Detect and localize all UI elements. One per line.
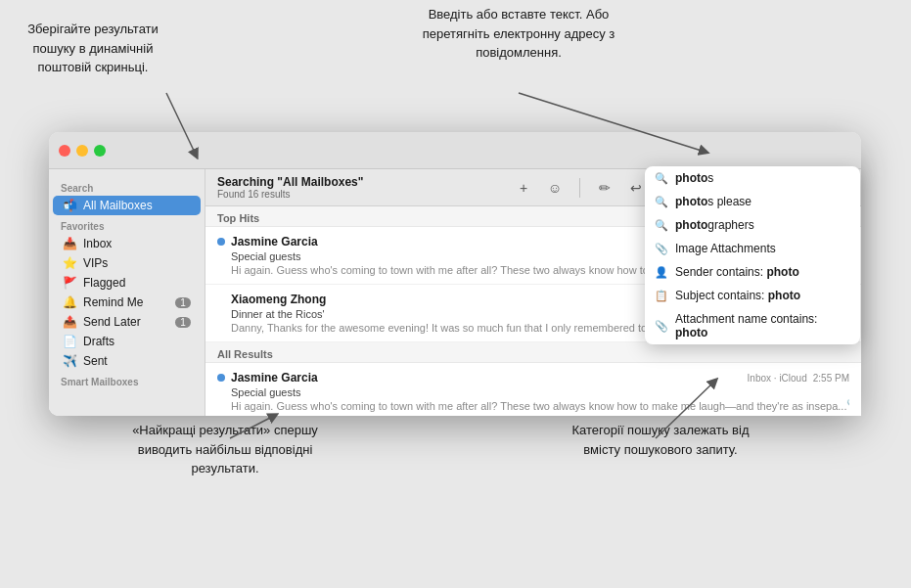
add-mailbox-button[interactable]: + [513,177,534,199]
callout-top: Введіть або вставте текст. Або перетягні… [421,5,616,63]
compose-button[interactable]: ✏ [594,177,615,199]
callout-bottom-right: Категорії пошуку залежать від вмісту пош… [558,421,763,459]
message-from: Jasmine Garcia [231,371,742,384]
message-time: 2:55 PM [813,373,849,384]
dropdown-item-subject-contains[interactable]: 📋 Subject contains: photo [645,284,860,307]
attachment-name-filter-icon: 📎 [655,320,668,333]
dropdown-item-photos[interactable]: 🔍 photos [645,166,860,190]
maximize-button[interactable] [94,145,106,157]
remind-icon: 🔔 [63,295,77,309]
unread-indicator [217,374,225,382]
vips-icon: ⭐ [63,256,77,270]
toolbar-divider [579,178,580,198]
sidebar-item-flagged[interactable]: 🚩 Flagged [53,273,201,293]
person-filter-icon: 👤 [655,266,668,279]
minimize-button[interactable] [76,145,88,157]
callout-bottom-left: «Найкращі результати» спершу виводить на… [127,421,323,478]
attachment-filter-icon: 📎 [655,243,668,255]
sidebar-item-inbox[interactable]: 📥 Inbox [53,234,201,253]
unread-indicator [217,238,225,246]
favorites-label: Favorites [49,215,205,234]
reply-button[interactable]: ↩ [625,177,647,199]
mailbox-icon: 📬 [63,199,77,212]
message-preview: Hi again. Guess who's coming to town wit… [217,399,849,412]
search-label: Search [49,177,205,196]
dropdown-item-sender-contains[interactable]: 👤 Sender contains: photo [645,260,860,284]
window-title: Searching "All Mailboxes" [217,175,503,189]
dropdown-item-image-attachments[interactable]: 📎 Image Attachments [645,237,860,260]
drafts-icon: 📄 [63,335,77,348]
sidebar-item-drafts[interactable]: 📄 Drafts [53,332,201,351]
sidebar: Search 📬 All Mailboxes Favorites 📥 Inbox… [49,169,205,416]
sidebar-item-vips[interactable]: ⭐ VIPs [53,253,201,273]
sidebar-item-all-mailboxes[interactable]: 📬 All Mailboxes [53,196,201,215]
subject-filter-icon: 📋 [655,290,668,302]
search-suggestion-icon: 🔍 [655,196,668,208]
message-subject: Special guests [217,386,849,398]
window-subtitle: Found 16 results [217,189,503,200]
callout-left: Зберігайте результати пошуку в динамічні… [10,20,176,77]
attachment-icon: 📎 [846,399,849,412]
sent-icon: ✈️ [63,354,77,368]
section-all-results: All Results [205,342,861,363]
read-indicator [217,295,225,303]
dropdown-item-photographers[interactable]: 🔍 photographers [645,213,860,237]
smart-mailboxes-label: Smart Mailboxes [49,371,205,389]
emoji-button[interactable]: ☺ [544,177,566,199]
inbox-icon: 📥 [63,237,77,250]
flagged-icon: 🚩 [63,276,77,290]
search-suggestion-icon: 🔍 [655,172,668,185]
send-later-icon: 📤 [63,315,77,329]
message-location: Inbox · iCloud [748,373,807,384]
sidebar-item-remind-me[interactable]: 🔔 Remind Me 1 [53,293,201,312]
titlebar [49,132,861,169]
sidebar-item-send-later[interactable]: 📤 Send Later 1 [53,312,201,332]
search-dropdown: 🔍 photos 🔍 photos please 🔍 photographers… [645,166,860,344]
table-row[interactable]: Jasmine Garcia Inbox · iCloud 2:55 PM Sp… [205,363,861,416]
search-suggestion-icon: 🔍 [655,219,668,232]
close-button[interactable] [59,145,70,157]
dropdown-item-photos-please[interactable]: 🔍 photos please [645,190,860,213]
sidebar-item-sent[interactable]: ✈️ Sent [53,351,201,371]
dropdown-item-attachment-name-contains[interactable]: 📎 Attachment name contains: photo [645,307,860,344]
